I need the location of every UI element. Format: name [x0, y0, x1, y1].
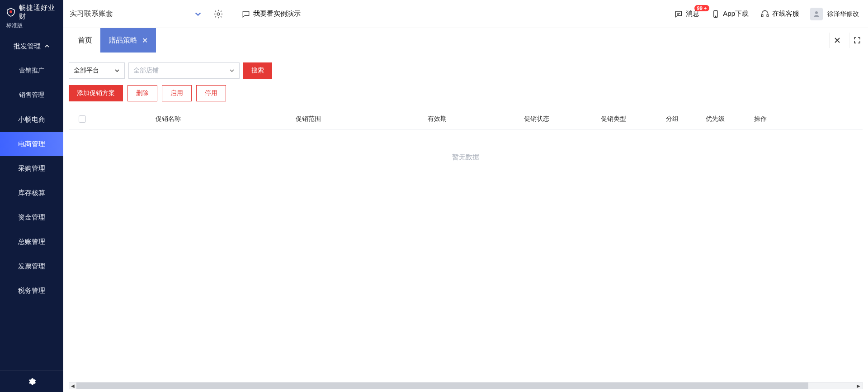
scroll-track[interactable] [76, 382, 855, 389]
app-download-label: App下载 [723, 10, 749, 18]
sidebar-item-ledger[interactable]: 总账管理 [0, 229, 63, 254]
delete-button[interactable]: 删除 [127, 85, 157, 101]
tab-label: 赠品策略 [108, 36, 137, 45]
phone-icon [711, 10, 720, 19]
topbar-right: 消息 99 + App下载 在线客服 徐泽华修改 [670, 8, 859, 20]
tab-label: 首页 [78, 36, 92, 45]
chevron-up-icon [44, 43, 50, 50]
close-all-tabs-button[interactable] [829, 33, 844, 48]
scroll-left-icon[interactable]: ◀ [69, 383, 76, 388]
shop-select-placeholder: 全部店铺 [133, 67, 159, 75]
chevron-down-icon [194, 10, 202, 18]
sidebar-item-label: 采购管理 [18, 164, 45, 173]
chevron-down-icon [229, 68, 235, 73]
messages-link[interactable]: 消息 99 + [674, 10, 699, 19]
svg-point-6 [815, 11, 818, 14]
brand: 畅捷通好业财 [0, 0, 63, 22]
brand-name: 畅捷通好业财 [19, 4, 59, 21]
svg-rect-5 [767, 14, 768, 16]
svg-point-3 [715, 16, 716, 17]
sidebar-item-label: 销售管理 [19, 91, 44, 99]
svg-point-1 [217, 13, 220, 15]
scroll-right-icon[interactable]: ▶ [855, 383, 862, 388]
tab-home[interactable]: 首页 [70, 28, 100, 53]
close-icon[interactable]: ✕ [142, 36, 148, 45]
side-nav: 批发管理 营销推广 销售管理 小畅电商 电商管理 采购管理 库存核算 资金管理 … [0, 34, 63, 370]
col-priority: 优先级 [693, 115, 738, 123]
user-menu[interactable]: 徐泽华修改 [810, 8, 859, 20]
brand-edition: 标准版 [0, 22, 63, 34]
account-name: 实习联系账套 [70, 9, 113, 19]
chat-icon [241, 10, 250, 19]
sidebar-item-xiaochang[interactable]: 小畅电商 [0, 107, 63, 132]
sidebar-item-label: 营销推广 [19, 67, 44, 75]
sidebar-item-label: 小畅电商 [18, 115, 45, 124]
sidebar-item-purchase[interactable]: 采购管理 [0, 156, 63, 181]
col-actions: 操作 [738, 115, 783, 123]
col-group: 分组 [652, 115, 693, 123]
sidebar-item-sales[interactable]: 销售管理 [0, 83, 63, 107]
username: 徐泽华修改 [827, 10, 859, 18]
sidebar-item-marketing[interactable]: 营销推广 [0, 58, 63, 83]
tab-gift-strategy[interactable]: 赠品策略 ✕ [100, 28, 156, 53]
platform-select-value: 全部平台 [74, 67, 99, 75]
fullscreen-button[interactable] [849, 33, 864, 48]
messages-badge: 99 + [694, 5, 710, 11]
topbar: 实习联系账套 我要看实例演示 消息 99 + App下载 [63, 0, 868, 28]
col-promo-scope: 促销范围 [241, 115, 376, 123]
sidebar-item-label: 总账管理 [18, 238, 45, 246]
col-promo-name: 促销名称 [96, 115, 241, 123]
shop-select[interactable]: 全部店铺 [128, 62, 240, 79]
avatar-icon [810, 8, 823, 20]
sidebar-settings[interactable] [0, 370, 63, 392]
platform-select[interactable]: 全部平台 [69, 62, 125, 79]
col-valid-period: 有效期 [376, 115, 498, 123]
demo-link-label: 我要看实例演示 [253, 10, 301, 18]
tabs-row: 首页 赠品策略 ✕ [63, 28, 868, 53]
online-service-label: 在线客服 [772, 10, 799, 18]
account-selector[interactable]: 实习联系账套 [70, 5, 205, 23]
sidebar-item-label: 批发管理 [14, 42, 41, 51]
horizontal-scrollbar[interactable]: ◀ ▶ [69, 382, 863, 389]
sidebar-item-tax[interactable]: 税务管理 [0, 278, 63, 303]
enable-button[interactable]: 启用 [162, 85, 192, 101]
sidebar-item-funds[interactable]: 资金管理 [0, 205, 63, 229]
select-all-checkbox[interactable] [79, 115, 86, 123]
add-promotion-button[interactable]: 添加促销方案 [69, 85, 123, 101]
svg-rect-4 [762, 14, 763, 16]
filters-row: 全部平台 全部店铺 搜索 [69, 62, 863, 79]
headset-icon [760, 10, 769, 19]
sidebar-item-label: 发票管理 [18, 262, 45, 271]
scroll-thumb[interactable] [76, 382, 808, 389]
actions-row: 添加促销方案 删除 启用 停用 [69, 85, 863, 101]
col-promo-status: 促销状态 [498, 115, 575, 123]
table-header: 促销名称 促销范围 有效期 促销状态 促销类型 分组 优先级 操作 [69, 108, 863, 130]
demo-link[interactable]: 我要看实例演示 [241, 10, 301, 19]
gear-icon [27, 377, 36, 386]
sidebar-item-invoice[interactable]: 发票管理 [0, 254, 63, 278]
table-empty: 暂无数据 [69, 130, 863, 184]
brand-logo-icon [5, 7, 16, 18]
sidebar-item-label: 库存核算 [18, 189, 45, 197]
select-all-cell [69, 115, 96, 123]
sidebar-item-wholesale[interactable]: 批发管理 [0, 34, 63, 58]
sidebar: 畅捷通好业财 标准版 批发管理 营销推广 销售管理 小畅电商 电商管理 采购管理… [0, 0, 63, 392]
online-service-link[interactable]: 在线客服 [760, 10, 799, 19]
message-icon [674, 10, 683, 19]
chevron-down-icon [114, 68, 120, 73]
sidebar-item-ecommerce[interactable]: 电商管理 [0, 132, 63, 156]
col-promo-type: 促销类型 [575, 115, 652, 123]
sidebar-item-label: 税务管理 [18, 287, 45, 295]
content: 全部平台 全部店铺 搜索 添加促销方案 删除 启用 停用 促销名称 促销范围 有… [63, 53, 868, 392]
sidebar-item-inventory[interactable]: 库存核算 [0, 181, 63, 205]
sidebar-item-label: 电商管理 [18, 140, 45, 148]
settings-icon[interactable] [213, 9, 223, 19]
search-button[interactable]: 搜索 [243, 62, 272, 79]
sidebar-item-label: 资金管理 [18, 213, 45, 222]
disable-button[interactable]: 停用 [196, 85, 226, 101]
svg-point-0 [9, 10, 12, 13]
app-download-link[interactable]: App下载 [711, 10, 749, 19]
table: 促销名称 促销范围 有效期 促销状态 促销类型 分组 优先级 操作 暂无数据 [69, 108, 863, 184]
